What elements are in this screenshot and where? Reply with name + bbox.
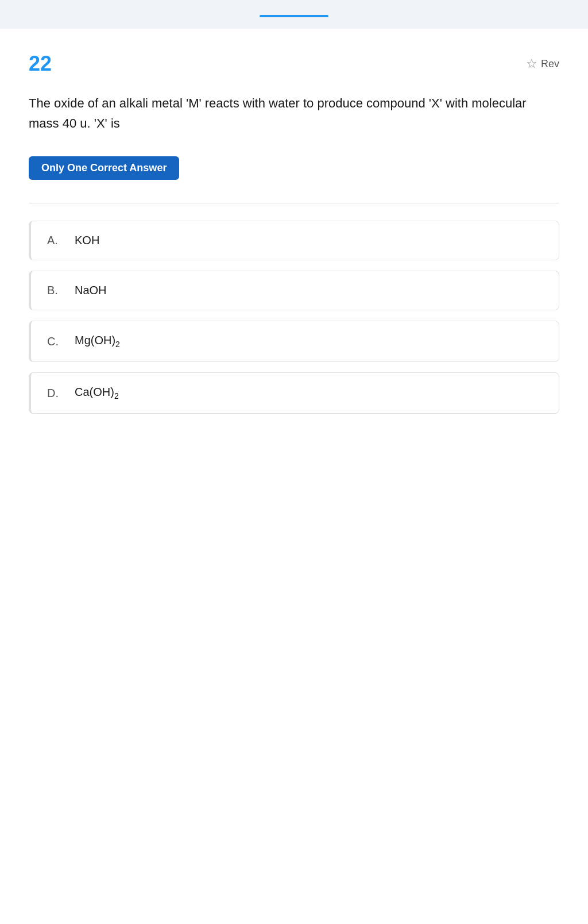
question-number: 22	[29, 52, 52, 76]
section-divider	[29, 203, 559, 203]
option-a-text: KOH	[75, 234, 99, 247]
option-c-label: C.	[47, 335, 63, 348]
option-d[interactable]: D. Ca(OH)2	[29, 372, 559, 414]
progress-indicator	[260, 15, 328, 17]
question-card: 22 ☆ Rev The oxide of an alkali metal 'M…	[0, 29, 588, 924]
option-c-text: Mg(OH)2	[75, 334, 120, 349]
top-bar	[0, 0, 588, 17]
option-a-label: A.	[47, 234, 63, 247]
option-b-label: B.	[47, 284, 63, 297]
option-a[interactable]: A. KOH	[29, 221, 559, 260]
answer-type-badge: Only One Correct Answer	[29, 156, 179, 180]
review-label: Rev	[541, 58, 559, 70]
option-b-text: NaOH	[75, 284, 107, 297]
option-d-text: Ca(OH)2	[75, 386, 119, 401]
review-button[interactable]: ☆ Rev	[526, 56, 559, 71]
question-text: The oxide of an alkali metal 'M' reacts …	[29, 93, 559, 133]
star-icon: ☆	[526, 56, 537, 71]
options-list: A. KOH B. NaOH C. Mg(OH)2 D. Ca(OH)2	[29, 221, 559, 414]
option-c[interactable]: C. Mg(OH)2	[29, 321, 559, 362]
question-header: 22 ☆ Rev	[29, 52, 559, 76]
option-d-label: D.	[47, 387, 63, 400]
option-b[interactable]: B. NaOH	[29, 271, 559, 310]
